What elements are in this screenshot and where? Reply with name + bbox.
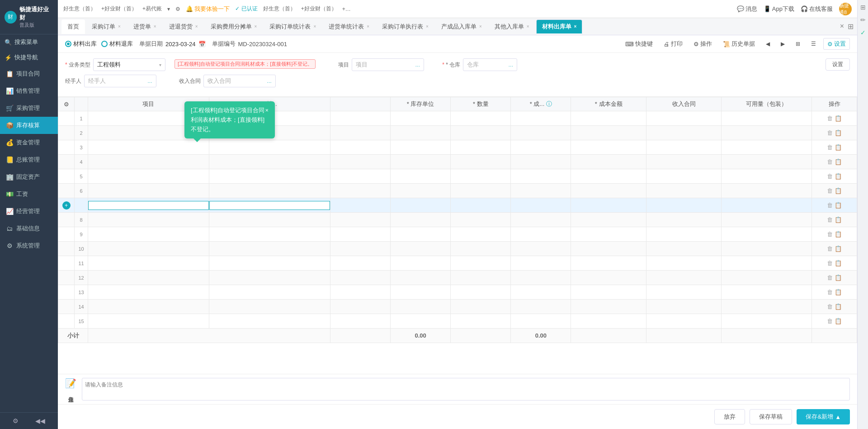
delete-row-icon[interactable]: 🗑 <box>827 187 833 194</box>
service-btn[interactable]: 🎧 在线客服 <box>801 5 833 13</box>
copy-row-icon[interactable]: 📋 <box>835 289 842 296</box>
agent-input[interactable]: 经手人 … <box>84 75 156 87</box>
search-menu[interactable]: 🔍 搜索菜单 <box>0 34 58 50</box>
income-contract-dots-icon[interactable]: … <box>267 78 272 84</box>
app-download-btn[interactable]: 📱 App下载 <box>764 5 794 13</box>
topbar-item-8[interactable]: +好业财（首） <box>301 5 337 13</box>
delete-row-icon[interactable]: 🗑 <box>827 115 833 122</box>
tab-menu-btn[interactable]: ⊞ <box>848 22 854 31</box>
tab-close-icon[interactable]: × <box>479 24 482 29</box>
next-btn[interactable]: ▶ <box>777 39 788 48</box>
delete-row-icon[interactable]: 🗑 <box>827 173 833 180</box>
copy-row-icon[interactable]: 📋 <box>835 202 842 209</box>
notes-input[interactable] <box>82 378 850 400</box>
quick-nav[interactable]: ⚡ 快捷导航 <box>0 50 58 65</box>
tab-close-icon[interactable]: × <box>154 24 156 29</box>
date-value[interactable]: 2023-03-24 <box>165 41 196 48</box>
topbar-settings-icon[interactable]: ⚙ <box>175 6 180 12</box>
row-unit[interactable] <box>391 111 451 126</box>
tab-home[interactable]: 首页 <box>61 19 85 34</box>
copy-row-icon[interactable]: 📋 <box>835 173 842 180</box>
delete-row-icon[interactable]: 🗑 <box>827 245 833 252</box>
side-tool-grid[interactable]: ⊞ <box>859 2 868 13</box>
income-contract-input[interactable]: 收入合同 … <box>203 75 276 87</box>
topbar-dropdown[interactable]: ▾ <box>167 6 170 12</box>
row-cost[interactable] <box>511 111 571 126</box>
row-material-input[interactable] <box>209 201 330 210</box>
row-spec[interactable] <box>330 111 390 126</box>
delete-row-icon[interactable]: 🗑 <box>827 231 833 238</box>
prev-btn[interactable]: ◀ <box>762 39 774 48</box>
tab-close-icon[interactable]: × <box>527 24 529 29</box>
copy-row-icon[interactable]: 📋 <box>835 216 842 223</box>
tab-material-issue[interactable]: 材料出库单 × <box>536 19 583 34</box>
agent-dots-icon[interactable]: … <box>147 78 152 84</box>
history-btn[interactable]: 📜 历史单据 <box>719 38 759 49</box>
topbar-item-3[interactable]: +易代账 <box>142 5 162 13</box>
topbar-item-7[interactable]: 好生意（首） <box>263 5 296 13</box>
tab-close-icon[interactable]: × <box>367 24 369 29</box>
topbar-try[interactable]: 🔔 我要体验一下 <box>186 5 230 13</box>
delete-row-icon[interactable]: 🗑 <box>827 289 833 296</box>
tab-close-icon[interactable]: × <box>118 24 121 29</box>
project-input[interactable]: 项目 … <box>352 58 424 71</box>
settings-bottom-icon[interactable]: ⚙ <box>13 417 19 424</box>
close-tab-btn[interactable]: × <box>840 22 844 31</box>
sidebar-item-system[interactable]: ⚙ 系统管理 <box>0 237 58 254</box>
side-tool-pencil[interactable]: ✏ <box>859 14 868 25</box>
message-btn[interactable]: 💬 消息 <box>737 5 757 13</box>
tab-other-receipt[interactable]: 其他入库单 × <box>489 19 535 34</box>
sidebar-item-project[interactable]: 📋 项目合同 <box>0 65 58 82</box>
calendar-icon[interactable]: 📅 <box>198 41 206 48</box>
settings-btn[interactable]: ⚙ 设置 <box>823 38 850 50</box>
tab-close-icon[interactable]: × <box>313 24 316 29</box>
grid-view-btn[interactable]: ⊞ <box>792 39 804 48</box>
copy-row-icon[interactable]: 📋 <box>835 318 842 324</box>
row-spec[interactable] <box>330 126 390 140</box>
project-dots-icon[interactable]: … <box>415 62 420 67</box>
copy-row-icon[interactable]: 📋 <box>835 260 842 267</box>
row-unit[interactable] <box>391 126 451 140</box>
business-type-input[interactable]: 工程领料 ▾ <box>93 58 165 71</box>
topbar-item-9[interactable]: +… <box>342 6 351 12</box>
sidebar-item-purchase[interactable]: 🛒 采购管理 <box>0 100 58 117</box>
copy-row-icon[interactable]: 📋 <box>835 115 842 122</box>
copy-row-icon[interactable]: 📋 <box>835 245 842 252</box>
operation-btn[interactable]: ⚙ 操作 <box>690 38 716 49</box>
warehouse-dots-icon[interactable]: … <box>508 62 513 67</box>
print-btn[interactable]: 🖨 打印 <box>660 38 686 49</box>
radio-issue[interactable]: 材料出库 <box>65 40 97 48</box>
tab-close-icon[interactable]: × <box>426 24 429 29</box>
shortcut-btn[interactable]: ⌨ 快捷键 <box>622 38 656 49</box>
sidebar-item-basic[interactable]: 🗂 基础信息 <box>0 220 58 237</box>
copy-row-icon[interactable]: 📋 <box>835 158 842 165</box>
list-view-btn[interactable]: ☰ <box>807 39 820 48</box>
tooltip-close-btn[interactable]: × <box>265 106 269 115</box>
row-contract[interactable] <box>646 111 721 126</box>
set-button[interactable]: 设置 <box>826 58 850 71</box>
copy-row-icon[interactable]: 📋 <box>835 303 842 310</box>
row-cost[interactable] <box>511 126 571 140</box>
sidebar-item-ops[interactable]: 📈 经营管理 <box>0 203 58 220</box>
row-cost-amt[interactable] <box>571 126 646 140</box>
delete-row-icon[interactable]: 🗑 <box>827 158 833 165</box>
side-tool-green[interactable]: ✓ <box>859 27 868 38</box>
radio-return[interactable]: 材料退库 <box>101 40 133 48</box>
copy-row-icon[interactable]: 📋 <box>835 274 842 281</box>
copy-row-icon[interactable]: 📋 <box>835 144 842 151</box>
tab-purchase-order[interactable]: 采购订单 × <box>86 19 127 34</box>
delete-row-icon[interactable]: 🗑 <box>827 216 833 223</box>
tab-close-icon[interactable]: × <box>195 24 198 29</box>
tab-close-icon[interactable]: × <box>574 24 577 29</box>
copy-row-icon[interactable]: 📋 <box>835 231 842 238</box>
row-qty[interactable] <box>451 111 511 126</box>
delete-row-icon[interactable]: 🗑 <box>827 318 833 324</box>
sidebar-item-payroll[interactable]: 💵 工资 <box>0 186 58 203</box>
row-available[interactable] <box>722 111 812 126</box>
row-qty[interactable] <box>451 126 511 140</box>
save-new-btn[interactable]: 保存&新增 ▲ <box>797 409 850 424</box>
row-cost-amt[interactable] <box>571 111 646 126</box>
discard-btn[interactable]: 放弃 <box>714 409 745 424</box>
save-draft-btn[interactable]: 保存草稿 <box>750 409 792 424</box>
topbar-item-2[interactable]: +好业财（首） <box>101 5 137 13</box>
